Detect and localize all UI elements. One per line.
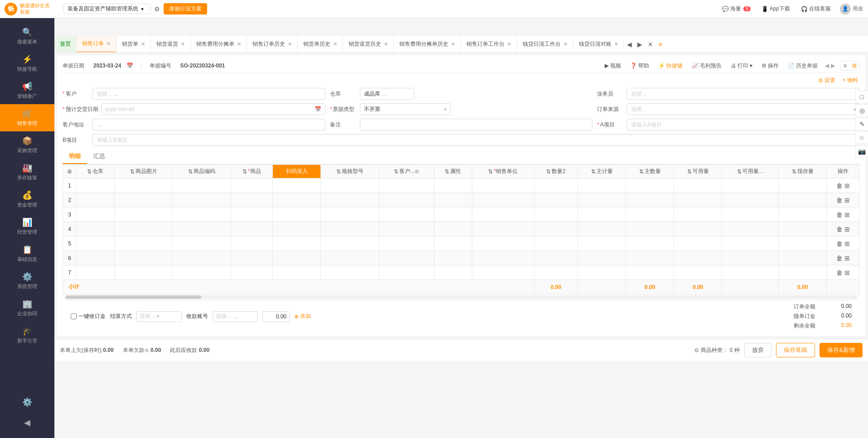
system-selector[interactable]: 装备及固定资产辅助管理系统 ▾ (63, 4, 150, 14)
sidebar-item-corp[interactable]: 🏢 企业协同 (0, 294, 54, 322)
sidebar-item-basic[interactable]: 📋 基础信息 (0, 240, 54, 267)
sidebar-item-purchase[interactable]: 📦 采购管理 (0, 131, 54, 159)
tab-close-cash-daily[interactable]: ✕ (563, 41, 567, 47)
tab-close-fee-split[interactable]: ✕ (237, 41, 241, 47)
tab-cash-reconcile[interactable]: 钱贷日清对账 ✕ (573, 36, 624, 53)
right-btn-4[interactable]: ☆ (855, 131, 868, 144)
sidebar-item-finance[interactable]: 💰 资金管理 (0, 186, 54, 213)
right-btn-5[interactable]: 📷 (855, 145, 868, 158)
address-dots[interactable]: ... (98, 121, 103, 128)
app-download-btn[interactable]: 📱 App下载 (760, 4, 792, 14)
right-btn-3[interactable]: ✎ (855, 118, 868, 130)
nav-prev-icon[interactable]: ◀ (825, 63, 829, 69)
row-copy-icon[interactable]: ⊞ (844, 226, 850, 233)
col-code[interactable]: ⇅商品编码 (173, 165, 231, 178)
tab-sales-refund[interactable]: 销货退货 ✕ (151, 36, 191, 53)
row-copy-icon[interactable]: ⊞ (844, 211, 850, 218)
b-project-input[interactable]: 请输入B项目 (92, 134, 860, 146)
sidebar-item-system[interactable]: ⚙️ 系统管理 (0, 267, 54, 294)
tab-close-fee-history[interactable]: ✕ (451, 41, 455, 47)
sidebar-item-inventory[interactable]: 🏭 库存核算 (0, 159, 54, 186)
col-customer-code[interactable]: ⇅客户...⊙ (379, 165, 434, 178)
a-project-input[interactable]: 请输入A项目 (627, 119, 860, 130)
tab-sales-fee-split[interactable]: 销售费用分摊单 ✕ (191, 36, 247, 53)
tab-nav-more[interactable]: ≡ (656, 36, 665, 53)
online-service-btn[interactable]: 🎧 在线客服 (799, 4, 833, 14)
tab-sales-return[interactable]: 销货单 ✕ (116, 36, 151, 53)
tab-sales-return-history[interactable]: 销货单历史 ✕ (298, 36, 343, 53)
print-arrow[interactable]: ▾ (750, 63, 752, 69)
col-available[interactable]: ⇅可用量 (674, 165, 722, 178)
right-btn-2[interactable]: ◎ (855, 104, 868, 117)
right-btn-1[interactable]: □ (855, 91, 868, 103)
operation-btn[interactable]: ⚙ 操作 (760, 61, 781, 71)
tab-sales-fee-history[interactable]: 销售费用分摊单历史 ✕ (394, 36, 461, 53)
row-delete-icon[interactable]: 🗑 (836, 269, 843, 276)
help-btn[interactable]: ❓ 帮助 (628, 61, 651, 71)
row-delete-icon[interactable]: 🗑 (836, 182, 843, 189)
note-input[interactable] (360, 119, 593, 130)
tab-sales-order[interactable]: 销售订单 ✕ (77, 36, 116, 53)
sidebar-item-marketing[interactable]: 📢 营销推广 (0, 77, 54, 104)
row-copy-icon[interactable]: ⊞ (844, 269, 850, 276)
customer-dots[interactable]: ... (114, 91, 118, 97)
messages-btn[interactable]: 💬 海量 9 (720, 4, 752, 14)
row-delete-icon[interactable]: 🗑 (836, 255, 843, 262)
row-delete-icon[interactable]: 🗑 (836, 211, 843, 218)
layout-grid-icon[interactable]: ⊞ (850, 62, 858, 69)
row-copy-icon[interactable]: ⊞ (844, 182, 850, 189)
tab-home[interactable]: 首页 (54, 36, 77, 53)
col-qty2[interactable]: ⇅数量2 (534, 165, 577, 178)
save-draft-button[interactable]: 保存草稿 (776, 343, 815, 357)
gear-icon[interactable]: ⚙ (154, 5, 160, 13)
customer-input[interactable]: 选择... ... (92, 88, 325, 100)
amount-input[interactable]: 0.00 (262, 311, 290, 322)
col-scan[interactable]: 扫码录入 (273, 165, 321, 178)
col-warehouse[interactable]: ⇅仓库 (77, 165, 115, 178)
tab-close-sales-refund[interactable]: ✕ (181, 41, 185, 47)
row-delete-icon[interactable]: 🗑 (836, 240, 843, 247)
tab-close-workbench[interactable]: ✕ (507, 41, 511, 47)
row-delete-icon[interactable]: 🗑 (836, 197, 843, 204)
tab-close-sales-return[interactable]: ✕ (141, 41, 145, 47)
salesperson-input[interactable]: 选择... (627, 88, 860, 100)
tab-nav-left[interactable]: ◀ (624, 36, 635, 53)
discard-button[interactable]: 放弃 (744, 343, 771, 357)
calendar-icon[interactable]: 📅 (126, 63, 133, 69)
col-image[interactable]: ⇅商品图片 (114, 165, 172, 178)
layout-list-icon[interactable]: ≡ (842, 62, 849, 69)
tab-sales-order-history[interactable]: 销售订单历史 ✕ (247, 36, 298, 53)
sidebar-item-search[interactable]: 🔍 搜索菜单 (0, 23, 54, 50)
col-stock[interactable]: ⇅现存量 (779, 165, 827, 178)
user-area[interactable]: 👤 用友 (840, 4, 863, 14)
industry-button[interactable]: 体验行业方案 (164, 3, 207, 14)
col-main-qty[interactable]: ⇅主数量 (626, 165, 674, 178)
warehouse-value[interactable]: 成品库 ... (360, 88, 414, 100)
payment-method-select[interactable]: 选择... ▾ (136, 311, 182, 322)
one-click-checkbox-label[interactable]: 一键收订金 (71, 313, 106, 320)
sidebar-item-sales[interactable]: 🛒 销售管理 (0, 104, 54, 131)
table-scrollbar[interactable] (65, 295, 857, 299)
table-scroll-thumb[interactable] (65, 295, 201, 299)
tab-close-return-history[interactable]: ✕ (333, 41, 337, 47)
col-main-unit[interactable]: ⇅主计量 (578, 165, 626, 178)
view-video-btn[interactable]: ▶ 视频 (603, 61, 623, 71)
delivery-calendar-icon[interactable]: 📅 (315, 106, 321, 112)
account-dots[interactable]: ... (233, 313, 238, 320)
add-button[interactable]: ⊕ 添加 (294, 313, 311, 320)
sidebar-item-quick[interactable]: ⚡ 快捷导航 (0, 50, 54, 77)
shortcut-btn[interactable]: ⚡ 快捷键 (656, 61, 684, 71)
col-unit[interactable]: ⇅*销售单位 (472, 165, 534, 178)
account-select[interactable]: 选择... ... (213, 311, 258, 322)
col-available2[interactable]: ⇅可用量... (722, 165, 779, 178)
tab-close-cash-reconcile[interactable]: ✕ (614, 41, 618, 47)
delivery-date-input[interactable]: yyyy-mm-dd 📅 (101, 103, 325, 115)
add-material-btn[interactable]: + 物料 (841, 76, 860, 85)
address-input[interactable]: ... (92, 119, 325, 130)
tab-detail[interactable]: 明细 (63, 149, 87, 164)
tab-nav-right[interactable]: ▶ (635, 36, 645, 53)
col-attr[interactable]: ⇅属性 (434, 165, 472, 178)
sidebar-collapse-btn[interactable]: ◀ (0, 413, 54, 433)
sidebar-settings-btn[interactable]: ⚙️ (0, 393, 54, 413)
row-copy-icon[interactable]: ⊞ (844, 197, 850, 204)
